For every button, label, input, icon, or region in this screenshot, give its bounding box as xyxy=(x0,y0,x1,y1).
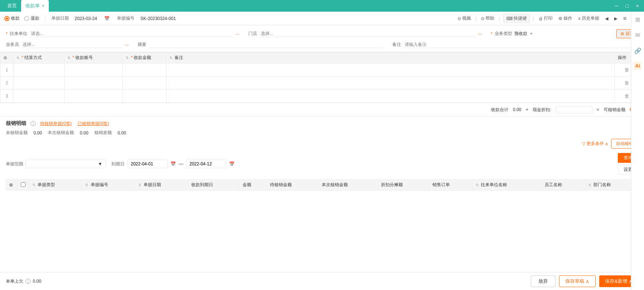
nav-left-btn[interactable]: ◀ xyxy=(604,15,610,22)
radio-receipt-label: 收款 xyxy=(11,15,20,21)
date-range-field: 到期日 📅 — 📅 xyxy=(111,160,235,168)
biz-type-value: 预收款 xyxy=(514,31,527,37)
remark-input[interactable] xyxy=(403,41,638,48)
bottom-table: ⚙ ⇅ 单据类型 ⇅ 单据编号 xyxy=(6,179,638,191)
delete-icon-3[interactable]: 🗑 xyxy=(624,93,629,99)
range-select[interactable]: ▼ xyxy=(25,160,106,168)
biz-type-arrow[interactable]: ▼ xyxy=(530,32,533,36)
amount-sort[interactable]: ⇅ xyxy=(126,56,129,60)
more-conditions-btn[interactable]: ▽ 更多条件 ∧ xyxy=(582,141,608,147)
note-cell-2[interactable] xyxy=(166,77,615,90)
shortcut-btn[interactable]: ⌨ 快捷键 xyxy=(503,14,530,23)
partner-more-btn[interactable]: ··· xyxy=(235,31,240,37)
maximize-btn[interactable]: □ xyxy=(623,2,631,9)
abandon-btn[interactable]: 放弃 xyxy=(531,275,555,287)
close-btn[interactable]: × xyxy=(634,2,641,9)
discount-label: 现金折扣: xyxy=(533,107,551,113)
due-date-label: 到期日 xyxy=(111,161,125,167)
account-cell-3[interactable] xyxy=(64,90,123,103)
unverified-value: 0.00 xyxy=(34,130,42,136)
salesman-input[interactable] xyxy=(21,41,122,48)
gear-header[interactable]: ⚙ xyxy=(0,52,13,63)
filter-right: ▽ 更多条件 ∧ 自动核销 xyxy=(582,139,638,149)
help-btn[interactable]: ⊙ 帮助 xyxy=(479,15,496,22)
prev-info-icon[interactable]: i xyxy=(25,279,31,284)
table-gear-icon-2[interactable]: ⚙ xyxy=(9,183,13,188)
note-sort[interactable]: ⇅ xyxy=(169,56,172,60)
video-btn[interactable]: ⊙ 视频 xyxy=(456,15,472,22)
select-all-header xyxy=(18,180,30,191)
current-label: 本次核销金额 xyxy=(48,130,74,136)
shop-input[interactable] xyxy=(259,30,476,37)
settle-sort[interactable]: ⇅ xyxy=(16,56,19,60)
save-draft-btn[interactable]: 保存草稿 ∧ xyxy=(559,275,596,287)
pending-tab[interactable]: 待核销单据(0笔) xyxy=(40,121,72,127)
amount-cell-2[interactable] xyxy=(123,77,166,90)
tab-home[interactable]: 首页 xyxy=(3,0,21,12)
main-content: 收款 退款 单据日期 2023-03-24 📅 单据编号 SK-20230324… xyxy=(0,12,644,290)
draft-arrow-icon[interactable]: ∧ xyxy=(586,279,589,284)
summary-row: 收款合计 0.00 + 现金折扣: = 可核销金额 0.00 xyxy=(0,103,644,117)
tab-close-icon[interactable]: × xyxy=(42,3,44,8)
range-label: 单据范围 xyxy=(6,161,23,167)
calendar-to-icon[interactable]: 📅 xyxy=(229,161,235,166)
tab-receipt[interactable]: 收款单 × xyxy=(21,0,49,12)
account-sort[interactable]: ⇅ xyxy=(67,56,70,60)
settle-cell-1[interactable] xyxy=(13,63,64,77)
nav-right-btn[interactable]: ▶ xyxy=(613,15,619,22)
account-cell-2[interactable] xyxy=(64,77,123,90)
minimize-btn[interactable]: ─ xyxy=(612,2,620,9)
filter-icon: ▽ xyxy=(582,141,585,146)
discount-input[interactable] xyxy=(556,106,592,113)
partner-name-header: ⇅ 往来单位名称 xyxy=(472,180,541,191)
summary-input[interactable] xyxy=(149,41,384,48)
table-row: 2 🗑 ⧉ xyxy=(0,77,644,90)
total-value: 0.00 xyxy=(513,107,521,112)
range-field: 单据范围 ▼ xyxy=(6,160,106,168)
radio-refund[interactable]: 退款 xyxy=(24,15,39,21)
note-cell-3[interactable] xyxy=(166,90,615,103)
delete-icon-2[interactable]: 🗑 xyxy=(624,80,629,86)
amount-cell-1[interactable] xyxy=(123,63,166,77)
sidebar-email-icon[interactable]: ✉ xyxy=(634,30,641,40)
tab-bar: 首页 收款单 × ─ □ × xyxy=(0,0,644,12)
row-num-3: 3 xyxy=(0,90,13,103)
form-row-1: * 往来单位 ··· 门店 ··· * 业务类型 预收款 ▼ ⚙ 设置 xyxy=(6,29,638,38)
sidebar-table-icon[interactable]: ⊞ xyxy=(634,15,641,24)
sidebar-attachment-icon[interactable]: 🔗 xyxy=(633,46,643,56)
biz-type-field: * 业务类型 预收款 ▼ xyxy=(491,31,608,37)
current-value: 0.00 xyxy=(80,130,88,136)
account-cell-1[interactable] xyxy=(64,63,123,77)
select-all-checkbox[interactable] xyxy=(21,182,25,187)
date-to-input[interactable] xyxy=(186,160,226,168)
current-amount-header: 本次核销金额 xyxy=(318,180,378,191)
footer-bar: 本单上欠 i 0.00 放弃 保存草稿 ∧ 保存&新增 ∧ xyxy=(0,272,644,290)
settle-cell-3[interactable] xyxy=(13,90,64,103)
bottom-table-wrap: ⚙ ⇅ 单据类型 ⇅ 单据编号 xyxy=(6,179,638,191)
partner-input[interactable] xyxy=(30,30,233,37)
salesman-more-btn[interactable]: ··· xyxy=(125,42,129,48)
date-from-input[interactable] xyxy=(127,160,168,168)
history-icon: ≡ xyxy=(578,16,581,21)
verify-section: 核销明细 i 待核销单据(0笔) 已核销单据(0笔) 未核销金额 0.00 本次… xyxy=(0,117,644,272)
verified-tab[interactable]: 已核销单据(0笔) xyxy=(78,121,109,127)
list-view-btn[interactable]: ≡ xyxy=(622,15,628,23)
amount-cell-3[interactable] xyxy=(123,90,166,103)
video-icon: ⊙ xyxy=(458,16,461,21)
radio-receipt[interactable]: 收款 xyxy=(4,15,20,21)
print-btn[interactable]: 🖨 打印 xyxy=(537,15,554,22)
table-gear-icon[interactable]: ⚙ xyxy=(3,55,7,60)
verify-info-icon[interactable]: i xyxy=(31,121,36,126)
delete-icon-1[interactable]: 🗑 xyxy=(624,67,629,73)
operation-btn[interactable]: ⚙ 操作 xyxy=(557,15,574,22)
calendar-from-icon[interactable]: 📅 xyxy=(170,161,176,166)
settle-cell-2[interactable] xyxy=(13,77,64,90)
form-row-2: 业务员 ··· 摘要 备注 xyxy=(6,41,638,48)
diff-value: 0.00 xyxy=(118,130,126,136)
sidebar-ai-icon[interactable]: Ai xyxy=(634,62,641,70)
shop-more-btn[interactable]: ··· xyxy=(478,31,482,37)
note-cell-1[interactable] xyxy=(166,63,615,77)
calendar-icon[interactable]: 📅 xyxy=(103,15,111,22)
form-area: * 往来单位 ··· 门店 ··· * 业务类型 预收款 ▼ ⚙ 设置 xyxy=(0,26,644,52)
history-btn[interactable]: ≡ 历史单据 xyxy=(577,15,601,22)
